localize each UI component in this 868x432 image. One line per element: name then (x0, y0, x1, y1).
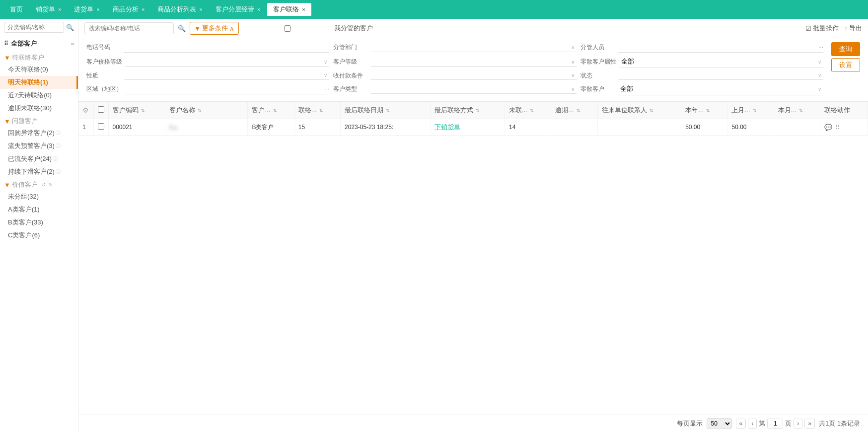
nav-purchase-order-close[interactable]: × (96, 6, 99, 12)
row-action-icon-1[interactable]: 💬 (824, 124, 832, 131)
filter-retail-attr-select[interactable]: 全部∨ (619, 56, 823, 68)
export-btn[interactable]: ↑ 导出 (845, 24, 863, 33)
nav-customer-segment-close[interactable]: × (257, 6, 260, 12)
my-customers-checkbox[interactable]: 我分管的客户 (243, 24, 373, 33)
filter-customer-level: 客户等级 ∨ (333, 58, 576, 67)
set-button[interactable]: 设置 (831, 58, 860, 72)
info-icon-2: ⓘ (53, 155, 58, 162)
filter-manager-input[interactable] (618, 42, 818, 52)
sidebar-item-churn-warning[interactable]: 流失预警客户(3) ⓘ (0, 140, 78, 152)
sidebar-item-repurchase-abnormal[interactable]: 回购异常客户(2) ⓘ (0, 127, 78, 140)
filter-dept-select[interactable]: ∨ (371, 43, 576, 52)
advanced-filter-panel: 电话号码 分管部门 ∨ 分管人员 (78, 38, 868, 102)
filter-status-select[interactable]: ∨ (618, 71, 823, 80)
filter-retail-attr-label: 零散客户属性 (580, 58, 616, 66)
sidebar-item-today-contact[interactable]: 今天待联络(0) (0, 63, 78, 76)
my-customers-check[interactable] (243, 25, 332, 32)
th-customer-name: 客户名称 ⇅ (165, 102, 248, 119)
more-conditions-btn[interactable]: ▼ 更多条件 ∧ (190, 22, 239, 35)
td-last-contact-method[interactable]: 下销货单 (430, 119, 505, 136)
filter-price-level-select[interactable]: ∨ (125, 58, 329, 67)
th-no-contact-days: 未联... ⇅ (505, 102, 551, 119)
sort-type-icon[interactable]: ⇅ (273, 108, 277, 113)
gear-settings-icon[interactable]: ⚙ (82, 106, 89, 114)
td-customer-name[interactable]: Ea (165, 119, 248, 136)
sort-nocontact-icon[interactable]: ⇅ (530, 108, 534, 113)
sidebar-item-class-c[interactable]: C类客户(6) (0, 229, 78, 242)
top-nav: 首页 销货单 × 进货单 × 商品分析 × 商品分析列表 × 客户分层经营 × … (0, 0, 868, 19)
nav-customer-segment[interactable]: 客户分层经营 × (210, 3, 266, 16)
manager-dots-btn[interactable]: ··· (818, 44, 823, 51)
next-page-btn[interactable]: › (794, 419, 802, 429)
prev-page-btn[interactable]: ‹ (748, 419, 757, 429)
sidebar-problem-arrow: ▼ (4, 118, 10, 125)
filter-customer-type-select[interactable]: ∨ (371, 85, 576, 94)
sort-lastmonth-icon[interactable]: ⇅ (753, 108, 757, 113)
filter-retail-customer: 零散客户 全部∨ (580, 83, 823, 95)
nav-product-analysis[interactable]: 商品分析 × (107, 3, 150, 16)
filter-search-icon[interactable]: 🔍 (178, 25, 186, 32)
search-input[interactable] (84, 22, 174, 34)
filter-customer-type: 客户类型 ∨ (333, 85, 576, 94)
td-this-month (774, 119, 820, 136)
filter-region-input[interactable] (125, 84, 324, 94)
chevron-down-ctype: ∨ (571, 86, 575, 92)
filter-nature-select[interactable]: ∨ (124, 71, 329, 80)
sort-method-icon[interactable]: ⇅ (476, 108, 480, 113)
row-checkbox[interactable] (98, 123, 104, 130)
batch-action-btn[interactable]: ☑ 批量操作 (805, 24, 839, 33)
sidebar-value-edit[interactable]: ✎ (48, 182, 53, 188)
sidebar-item-ungrouped[interactable]: 未分组(32) (0, 190, 78, 203)
last-page-btn[interactable]: » (804, 419, 815, 429)
sidebar-item-7days-contact[interactable]: 近7天待联络(0) (0, 89, 78, 102)
sidebar-pending-group: ▼ 待联络客户 (0, 51, 78, 63)
sidebar-value-refresh[interactable]: ↺ (41, 182, 46, 188)
nav-product-analysis-list-close[interactable]: × (199, 6, 202, 12)
th-last-contact-method: 最后联络方式 ⇅ (430, 102, 505, 119)
row-action-icon-2[interactable]: ⠿ (835, 124, 840, 131)
filter-phone-input[interactable] (124, 42, 329, 53)
nav-sales-order[interactable]: 销货单 × (30, 3, 67, 16)
sort-code-icon[interactable]: ⇅ (141, 108, 145, 113)
page-input[interactable] (767, 419, 783, 429)
sidebar-all-customers[interactable]: ⠿ 全部客户 « (0, 36, 78, 51)
sidebar-item-overdue-contact[interactable]: 逾期未联络(30) (0, 102, 78, 115)
query-button[interactable]: 查询 (831, 42, 860, 56)
sort-overdue-icon[interactable]: ⇅ (577, 108, 580, 113)
filter-payment-select[interactable]: ∨ (371, 71, 576, 80)
nav-home[interactable]: 首页 (4, 3, 29, 16)
sidebar-item-class-a[interactable]: A类客户(1) (0, 203, 78, 216)
first-page-btn[interactable]: « (736, 419, 746, 429)
nav-product-analysis-list[interactable]: 商品分析列表 × (151, 3, 208, 16)
sidebar-search-input[interactable] (4, 22, 64, 33)
sidebar-item-tomorrow-contact[interactable]: 明天待联络(1) (0, 76, 78, 89)
sidebar-item-declining[interactable]: 持续下滑客户(2) ⓘ (0, 165, 78, 178)
nav-customer-contact-close[interactable]: × (302, 6, 305, 12)
contact-method-link[interactable]: 下销货单 (434, 123, 460, 131)
th-customer-type: 客户... ⇅ (248, 102, 294, 119)
sidebar-search-icon[interactable]: 🔍 (66, 24, 74, 31)
sidebar-item-churned[interactable]: 已流失客户(24) ⓘ (0, 152, 78, 165)
sort-person-icon[interactable]: ⇅ (650, 108, 653, 113)
page-size-select[interactable]: 50 100 200 (707, 418, 732, 429)
filter-retail-customer-select[interactable]: 全部∨ (618, 83, 823, 95)
td-overdue (551, 119, 597, 136)
nav-customer-contact[interactable]: 客户联络 × (267, 3, 311, 16)
sort-date-icon[interactable]: ⇅ (386, 108, 390, 113)
customer-name-value: Ea (169, 124, 177, 131)
sort-name-icon[interactable]: ⇅ (198, 108, 202, 113)
nav-product-analysis-close[interactable]: × (142, 6, 145, 12)
sort-thismonth-icon[interactable]: ⇅ (799, 108, 803, 113)
region-dots-btn[interactable]: ··· (324, 85, 329, 92)
filter-customer-level-select[interactable]: ∨ (371, 58, 576, 67)
td-contact-person (597, 119, 681, 136)
sidebar-item-class-b[interactable]: B类客户(33) (0, 216, 78, 229)
sidebar: 🔍 ⠿ 全部客户 « ▼ 待联络客户 今天待联络(0) 明天待联络(1) 近7天… (0, 19, 78, 432)
filter-phone: 电话号码 (86, 42, 329, 53)
select-all-checkbox[interactable] (98, 106, 104, 113)
sort-year-icon[interactable]: ⇅ (706, 108, 710, 113)
filter-payment-label: 收付款条件 (333, 72, 368, 80)
sort-contact-icon[interactable]: ⇅ (319, 108, 323, 113)
nav-purchase-order[interactable]: 进货单 × (68, 3, 105, 16)
nav-sales-order-close[interactable]: × (58, 6, 61, 12)
